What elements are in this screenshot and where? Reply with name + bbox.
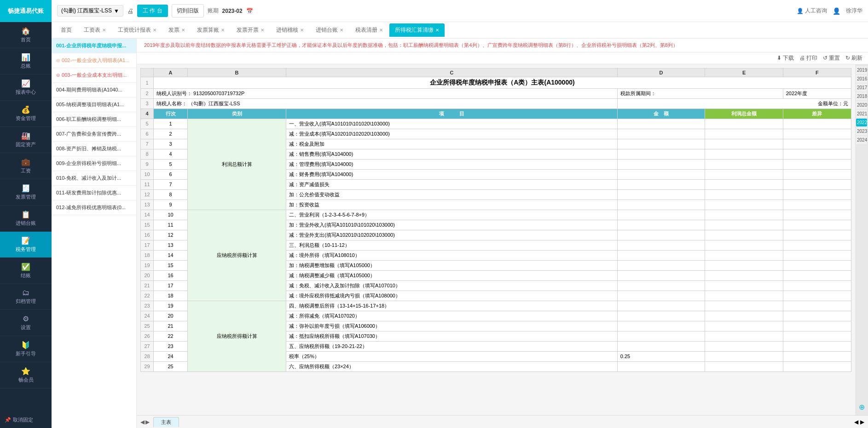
row-num-1: 1	[141, 77, 154, 88]
tab-invoice-open[interactable]: 发票开票 ✕	[231, 23, 270, 37]
tab-sales-ledger[interactable]: 进销台账 ✕	[310, 23, 349, 37]
left-panel-item-007[interactable]: 007-广告费和业务宣传费跨...	[52, 127, 136, 142]
spreadsheet-table: A B C D E F 1 企业所	[140, 68, 851, 372]
year-2023[interactable]: 2023	[856, 127, 867, 135]
row-num-2: 2	[141, 88, 154, 98]
sidebar-item-member[interactable]: ⭐ 畅会员	[0, 362, 52, 388]
left-panel-item-008[interactable]: 008-资产折旧、摊销及纳税...	[52, 142, 136, 156]
member-icon: ⭐	[21, 367, 30, 376]
expand-years-button[interactable]: ⊕	[857, 401, 867, 413]
sidebar-item-guide[interactable]: 🔰 新手引导	[0, 336, 52, 362]
year-2021[interactable]: 2021	[856, 110, 867, 118]
download-button[interactable]: ⬇ 下载	[777, 54, 794, 62]
tab-sales-ledger-close[interactable]: ✕	[340, 28, 343, 33]
row-num-3: 3	[141, 98, 154, 108]
sidebar-item-tax-label: 税务管理	[16, 246, 36, 253]
nav-arrow-left[interactable]: ◀	[140, 419, 145, 425]
sidebar-item-tax[interactable]: 📝 税务管理	[0, 232, 52, 258]
left-panel-item-012[interactable]: 012-减免所得税优惠明细表(0...	[52, 200, 136, 215]
print-icon2: 🖨	[799, 55, 805, 61]
year-2024[interactable]: 2024	[856, 136, 867, 144]
sidebar-item-sales[interactable]: 📋 进销台账	[0, 205, 52, 232]
sidebar-item-salary-label: 工资	[21, 167, 31, 174]
home-icon: 🏠	[21, 27, 30, 35]
col-header-d: D	[617, 68, 705, 77]
fund-icon: 💰	[21, 105, 30, 114]
company-selector[interactable]: (勾删) 江西服宝-LSS ▼	[57, 5, 123, 17]
sidebar-item-reports[interactable]: 📈 报表中心	[0, 74, 52, 101]
warning-icon-002: ⊙	[56, 57, 62, 63]
tab-sales-check-close[interactable]: ✕	[300, 28, 304, 33]
tab-income-tax[interactable]: 所得税汇算清缴 ✕	[389, 23, 445, 37]
main-content: (勾删) 江西服宝-LSS ▼ 🖨 工 作 台 切到旧版 账期 2023-02 …	[52, 0, 868, 428]
tab-salary-close[interactable]: ✕	[102, 28, 106, 33]
col-header-a: A	[154, 68, 188, 77]
table-row: 14 10 应纳税所得额计算 二、营业利润（1-2-3-4-5-6-7-8+9）	[141, 210, 851, 220]
year-2020[interactable]: 2020	[856, 101, 867, 109]
scroll-left-icon[interactable]: ◀	[854, 419, 858, 425]
tab-tax-clear[interactable]: 税表清册 ✕	[350, 23, 388, 37]
warning-text: 2019年度步及取以前年度结转数据的申报表单元格需要手工维护正确，才能保证本年及…	[144, 42, 678, 48]
ai-consult[interactable]: 👤 人工咨询	[797, 7, 827, 15]
year-2016[interactable]: 2016	[856, 75, 867, 83]
settle-icon: ✅	[21, 263, 30, 271]
year-2018[interactable]: 2018	[856, 92, 867, 100]
app-logo: 畅捷通易代账	[0, 0, 52, 22]
scroll-right-icon[interactable]: ▶	[860, 419, 864, 425]
refresh-button[interactable]: ↻ 刷新	[845, 54, 862, 62]
tab-salary-stat-close[interactable]: ✕	[153, 28, 156, 33]
tab-invoice-calc[interactable]: 发票算账 ✕	[191, 23, 230, 37]
sidebar-item-settle[interactable]: ✅ 结账	[0, 258, 52, 284]
sidebar-item-assets-label: 固定资产	[16, 141, 36, 148]
tab-invoice-close[interactable]: ✕	[181, 28, 185, 33]
left-panel-item-006[interactable]: 006-职工薪酬纳税调整明细...	[52, 112, 136, 127]
workbench-button[interactable]: 工 作 台	[137, 5, 168, 17]
print-button[interactable]: 🖨 打印	[799, 54, 817, 62]
sidebar-item-fixed-assets[interactable]: 🏭 固定资产	[0, 127, 52, 153]
col-header-b: B	[188, 68, 286, 77]
year-2017[interactable]: 2017	[856, 84, 867, 91]
col-header-f: F	[783, 68, 851, 77]
left-panel-item-003[interactable]: ⊙ 003-一般企业成本支出明细...	[52, 68, 136, 83]
reset-button[interactable]: ↺ 重置	[823, 54, 840, 62]
left-panel-item-002[interactable]: ⊙ 002-一般企业收入明细表(A1...	[52, 53, 136, 68]
tab-invoice-open-close[interactable]: ✕	[260, 28, 264, 33]
bottom-tabbar: ◀ ▶ 主表 ◀ ▶	[137, 415, 868, 428]
tab-invoice[interactable]: 发票 ✕	[163, 23, 191, 37]
sidebar-item-invoice[interactable]: 🧾 发票管理	[0, 179, 52, 205]
left-panel-item-010[interactable]: 010-免税、减计收入及加计...	[52, 171, 136, 186]
sidebar-item-archive[interactable]: 🗂 归档管理	[0, 284, 52, 310]
nav-arrow-right[interactable]: ▶	[145, 419, 150, 425]
left-panel-item-004[interactable]: 004-期间费用明细表(A1040...	[52, 83, 136, 97]
left-panel-item-011[interactable]: 011-研发费用加计扣除优惠...	[52, 186, 136, 200]
switch-old-button[interactable]: 切到旧版	[172, 4, 204, 17]
tab-invoice-calc-close[interactable]: ✕	[221, 28, 225, 33]
tab-salary[interactable]: 工资表 ✕	[78, 23, 111, 37]
tab-salary-stat[interactable]: 工资统计报表 ✕	[112, 23, 162, 37]
left-panel-item-009[interactable]: 009-企业所得税补亏损明细...	[52, 156, 136, 171]
tab-tax-clear-close[interactable]: ✕	[379, 28, 383, 33]
reports-icon: 📈	[21, 79, 30, 88]
tab-sales-check[interactable]: 进销稽核 ✕	[271, 23, 309, 37]
sidebar-item-home[interactable]: 🏠 首页	[0, 22, 52, 48]
tab-income-tax-close[interactable]: ✕	[435, 28, 439, 33]
sidebar-item-reports-label: 报表中心	[16, 89, 36, 96]
sidebar-item-general-ledger[interactable]: 📊 总账	[0, 48, 52, 74]
sidebar-item-fund[interactable]: 💰 资金管理	[0, 101, 52, 127]
bottom-tab-main[interactable]: 主表	[153, 417, 179, 427]
left-panel-item-001[interactable]: 001-企业所得税年度纳税申报...	[52, 39, 136, 53]
data-header-rownum: 4	[141, 108, 154, 119]
print-icon[interactable]: 🖨	[127, 7, 133, 15]
topbar: (勾删) 江西服宝-LSS ▼ 🖨 工 作 台 切到旧版 账期 2023-02 …	[52, 0, 868, 22]
unpin-button[interactable]: 📌 取消固定	[0, 412, 52, 428]
year-2022[interactable]: 2022	[856, 119, 867, 126]
left-panel-item-005[interactable]: 005-纳税调整项目明细表(A1...	[52, 97, 136, 112]
data-header-category: 类别	[188, 108, 286, 119]
fixed-assets-icon: 🏭	[21, 131, 30, 140]
tab-home[interactable]: 首页	[55, 23, 77, 37]
data-header-row: 4 行次 类别 项 目 金 额 利润总金额 差异	[141, 108, 851, 119]
year-2019[interactable]: 2019	[856, 66, 867, 74]
sidebar-item-salary[interactable]: 💼 工资	[0, 153, 52, 179]
calendar-icon[interactable]: 📅	[246, 8, 253, 14]
sidebar-item-settings[interactable]: ⚙ 设置	[0, 310, 52, 336]
